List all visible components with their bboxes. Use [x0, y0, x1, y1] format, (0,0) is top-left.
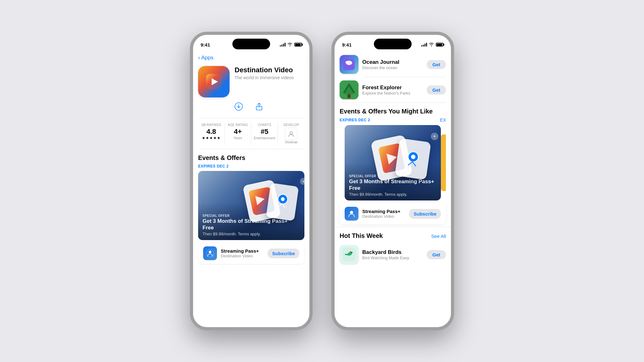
streaming-app-name: Destination Video [221, 254, 264, 258]
signal-icon-right [421, 43, 427, 47]
app-icon-destination [198, 66, 230, 97]
event-price: Then $9.99/month. Terms apply. [203, 232, 300, 236]
rating-count: 2M RATINGS 4.8 ★★★★★ [198, 122, 225, 145]
stars: ★★★★★ [202, 136, 221, 140]
back-label[interactable]: Apps [201, 55, 214, 61]
app-header: Destination Video The world in immersive… [193, 62, 309, 118]
event-title: Get 3 Months of Streaming Pass+ Free [203, 218, 300, 231]
event-title-right: Get 3 Months of Streaming Pass+ Free [349, 178, 436, 191]
dynamic-island-right [374, 39, 412, 49]
backyard-get-button[interactable]: Get [427, 250, 446, 259]
ocean-icon [340, 55, 358, 74]
signal-icon [280, 43, 286, 47]
svg-rect-17 [347, 94, 351, 98]
app-title: Destination Video [235, 66, 304, 74]
ocean-name: Ocean Journal [362, 59, 423, 65]
hot-section-header: Hot This Week See All [335, 227, 451, 242]
back-navigation[interactable]: ‹ Apps [193, 52, 309, 62]
expires-more: EX [440, 118, 446, 123]
forest-icon [340, 80, 358, 99]
forest-get-button[interactable]: Get [427, 85, 446, 95]
ocean-get-button[interactable]: Get [427, 60, 446, 69]
status-icons-right [421, 42, 443, 47]
streaming-info: Streaming Pass+ Destination Video [221, 248, 264, 258]
phone-right: 9:41 [331, 32, 454, 330]
status-icons-left [280, 42, 302, 47]
streaming-info-right: Streaming Pass+ Destination Video [362, 209, 405, 219]
age-sub: Years [233, 136, 242, 140]
ocean-journal-item: Ocean Journal Discover the ocean Get [335, 52, 451, 77]
subscribe-button[interactable]: Subscribe [268, 249, 299, 258]
screen-content-left: ‹ Apps [193, 52, 309, 327]
location-pin-icon [275, 193, 290, 211]
developer-icon [285, 128, 297, 140]
charts-value: #5 [261, 128, 268, 136]
backyard-info: Backyard Birds Bird Watching Made Easy [362, 249, 423, 260]
time-right: 9:41 [342, 42, 352, 47]
app-title-section: Destination Video The world in immersive… [235, 66, 304, 80]
back-chevron-icon: ‹ [198, 54, 200, 61]
forest-desc: Explore the Nation's Parks [362, 91, 423, 96]
svg-point-10 [209, 251, 211, 253]
svg-point-13 [345, 61, 349, 63]
event-card-right-wrapper: + SPECIAL OFFER Get 3 Months of Streamin… [340, 125, 446, 200]
forest-name: Forest Explorer [362, 85, 423, 91]
events-title: Events & Offers [193, 149, 309, 163]
ratings-label: 2M RATINGS [201, 123, 221, 127]
svg-point-22 [350, 211, 353, 214]
plus-badge: + [300, 178, 304, 185]
backyard-name: Backyard Birds [362, 249, 423, 255]
event-card[interactable]: + SPECIAL OFFER Get 3 Months of Streamin… [198, 171, 304, 240]
dev-label: DEVELOP [284, 123, 299, 127]
age-rating: AGE RATING 4+ Years [225, 122, 252, 145]
forest-explorer-item: Forest Explorer Explore the Nation's Par… [335, 77, 451, 102]
screen-content-right: Ocean Journal Discover the ocean Get [335, 52, 451, 327]
backyard-desc: Bird Watching Made Easy [362, 255, 423, 260]
ocean-desc: Discover the ocean [362, 65, 423, 70]
event-card-right[interactable]: + SPECIAL OFFER Get 3 Months of Streamin… [345, 125, 441, 200]
developer-info: DEVELOP Destinati [278, 122, 304, 145]
svg-point-25 [351, 252, 352, 253]
streaming-name: Streaming Pass+ [221, 248, 264, 254]
battery-icon-right [436, 43, 443, 47]
age-label: AGE RATING [228, 123, 248, 127]
backyard-icon [340, 245, 358, 264]
download-icon[interactable] [235, 102, 243, 113]
streaming-app-icon [203, 246, 217, 260]
battery-icon [294, 43, 302, 47]
streaming-icon-right [345, 207, 358, 221]
svg-point-4 [290, 132, 292, 134]
streaming-row: Streaming Pass+ Destination Video Subscr… [198, 243, 304, 264]
charts-label: CHARTS [258, 123, 271, 127]
streaming-row-right: Streaming Pass+ Destination Video Subscr… [340, 203, 446, 224]
backyard-birds-item: Backyard Birds Bird Watching Made Easy G… [335, 242, 451, 267]
expires-label-right: EXPIRES DEC 2 [340, 118, 370, 122]
streaming-name-right: Streaming Pass+ [362, 209, 405, 214]
phone-left: 9:41 [190, 32, 313, 330]
streaming-app-right: Destination Video [362, 214, 405, 219]
share-icon[interactable] [255, 102, 263, 113]
event-price-right: Then $9.99/month. Terms apply. [349, 192, 436, 197]
dev-name: Destinati [285, 140, 297, 144]
hot-title: Hot This Week [340, 232, 383, 239]
app-actions [198, 102, 263, 113]
wifi-icon-right [429, 42, 434, 47]
dynamic-island-left [232, 39, 270, 49]
ocean-info: Ocean Journal Discover the ocean [362, 59, 423, 70]
see-all-link[interactable]: See All [431, 233, 446, 239]
forest-info: Forest Explorer Explore the Nation's Par… [362, 85, 423, 96]
ratings-value: 4.8 [206, 128, 216, 136]
expires-label: EXPIRES DEC 2 [193, 163, 309, 171]
charts-rating: CHARTS #5 Entertainment [251, 122, 278, 145]
subscribe-button-right[interactable]: Subscribe [409, 209, 441, 219]
ratings-row: 2M RATINGS 4.8 ★★★★★ AGE RATING 4+ Years… [193, 118, 309, 149]
wifi-icon [287, 42, 292, 47]
partial-card-hint [441, 134, 446, 191]
events-title-right: Events & Offers You Might Like [335, 103, 451, 116]
charts-sub: Entertainment [254, 136, 275, 140]
app-subtitle: The world in immersive videos [235, 75, 304, 80]
plus-badge-right: + [431, 133, 438, 140]
age-value: 4+ [234, 128, 242, 136]
time-left: 9:41 [201, 42, 210, 47]
